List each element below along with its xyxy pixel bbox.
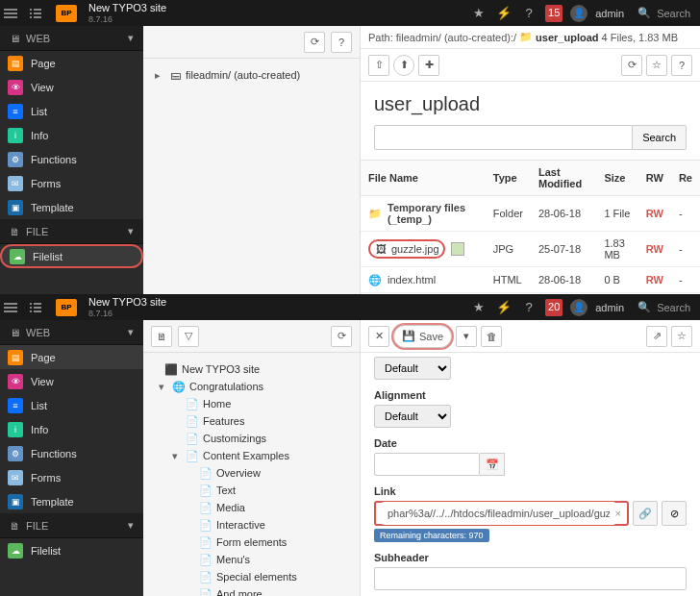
file-icon: 📁 xyxy=(368,207,382,220)
tree-help-button[interactable]: ? xyxy=(331,32,352,53)
sidebar-item-template[interactable]: ▣Template xyxy=(0,195,143,219)
sidebar-item-info[interactable]: iInfo xyxy=(0,123,143,147)
table-row[interactable]: 🖼guzzle.jpgJPG25-07-181.83 MBRW- xyxy=(361,232,700,267)
help-icon[interactable]: ? xyxy=(520,5,538,22)
tree-node[interactable]: 📄Features xyxy=(149,412,354,430)
topbar: BP New TYPO3 site 8.7.16 ★ ⚡ ? 15 👤 admi… xyxy=(0,0,700,26)
file-search-input[interactable] xyxy=(374,125,633,150)
date-input[interactable] xyxy=(374,453,480,476)
bookmark-icon[interactable]: ★ xyxy=(470,5,488,22)
col-type[interactable]: Type xyxy=(486,161,531,196)
tree-node[interactable]: 📄Interactive xyxy=(149,516,354,534)
save-dropdown[interactable]: ▾ xyxy=(456,326,477,347)
layout-select[interactable]: Default xyxy=(374,357,451,380)
menu-icon[interactable] xyxy=(0,0,21,26)
refresh-button[interactable]: ⟳ xyxy=(304,32,325,53)
sidebar-item-info[interactable]: iInfo xyxy=(0,417,143,441)
menu-icon[interactable] xyxy=(0,294,21,320)
col-rw[interactable]: RW xyxy=(638,161,671,196)
sidebar-section-file[interactable]: 🗎FILE▾ xyxy=(0,513,143,538)
modules-icon[interactable] xyxy=(25,0,46,26)
sidebar-item-functions[interactable]: ⚙Functions xyxy=(0,147,143,171)
sidebar-item-filelist[interactable]: ☁Filelist xyxy=(0,244,143,268)
table-row[interactable]: 📁Temporary files (_temp_)Folder28-06-181… xyxy=(361,196,700,232)
sidebar-section-file[interactable]: 🗎FILE▾ xyxy=(0,219,143,244)
calendar-badge[interactable]: 15 xyxy=(545,5,562,22)
tree-node[interactable]: ▾🌐Congratulations xyxy=(149,378,354,395)
alignment-select[interactable]: Default xyxy=(374,405,451,428)
tree-node[interactable]: 📄Text xyxy=(149,482,354,499)
sidebar-item-list[interactable]: ≡List xyxy=(0,393,143,417)
sidebar-item-forms[interactable]: ✉Forms xyxy=(0,465,143,489)
link-wizard-button[interactable]: 🔗 xyxy=(633,501,658,526)
sidebar-item-page[interactable]: ▤Page xyxy=(0,51,143,75)
save-button[interactable]: 💾Save xyxy=(393,325,452,348)
tree-node[interactable]: 📄Media xyxy=(149,499,354,516)
global-search[interactable]: 🔍 Search xyxy=(638,301,690,313)
sidebar-item-filelist[interactable]: ☁Filelist xyxy=(0,538,143,562)
sidebar-section-web[interactable]: 🖥WEB▾ xyxy=(0,26,143,51)
cache-icon[interactable]: ⚡ xyxy=(495,5,512,22)
refresh-tree-button[interactable]: ⟳ xyxy=(331,326,352,347)
link-input[interactable] xyxy=(382,502,615,525)
logo-text: BP xyxy=(56,299,77,316)
calendar-badge[interactable]: 20 xyxy=(545,299,562,316)
sidebar-item-list[interactable]: ≡List xyxy=(0,99,143,123)
sidebar-item-functions[interactable]: ⚙Functions xyxy=(0,441,143,465)
tree-node[interactable]: 📄Special elements xyxy=(149,568,354,585)
col-size[interactable]: Size xyxy=(596,161,638,196)
tree-node[interactable]: ⬛New TYPO3 site xyxy=(149,360,354,378)
level-up-button[interactable]: ⇧ xyxy=(368,55,389,76)
sidebar-item-view[interactable]: 👁View xyxy=(0,369,143,393)
svg-rect-13 xyxy=(34,303,41,305)
new-button[interactable]: ✚ xyxy=(418,55,439,76)
user-avatar[interactable]: 👤 xyxy=(570,5,588,22)
col-filename[interactable]: File Name xyxy=(361,161,486,196)
user-avatar[interactable]: 👤 xyxy=(570,299,588,316)
tree-node[interactable]: 📄Home xyxy=(149,395,354,412)
tree-root[interactable]: ▸ 🖴 fileadmin/ (auto-created) xyxy=(149,66,354,84)
bookmark-icon[interactable]: ★ xyxy=(470,299,488,316)
cache-icon[interactable]: ⚡ xyxy=(495,299,512,316)
tree-node[interactable]: 📄And more... xyxy=(149,585,354,596)
alignment-label: Alignment xyxy=(374,389,687,401)
global-search[interactable]: 🔍 Search xyxy=(638,7,690,19)
delete-button[interactable]: 🗑 xyxy=(481,326,502,347)
table-row[interactable]: 🌐index.htmlHTML28-06-180 BRW- xyxy=(361,267,700,293)
collapse-icon[interactable]: ▸ xyxy=(155,69,164,82)
help-icon[interactable]: ? xyxy=(520,299,538,316)
file-icon: 🌐 xyxy=(368,273,382,286)
calendar-icon[interactable]: 📅 xyxy=(480,453,505,476)
share-button[interactable]: ⇗ xyxy=(646,326,667,347)
sidebar-item-forms[interactable]: ✉Forms xyxy=(0,171,143,195)
sidebar-item-page[interactable]: ▤Page xyxy=(0,345,143,369)
help-main-button[interactable]: ? xyxy=(671,55,692,76)
upload-button[interactable]: ⬆ xyxy=(393,55,414,76)
bookmark-edit-button[interactable]: ☆ xyxy=(671,326,692,347)
chevron-down-icon: ▾ xyxy=(128,32,134,44)
close-button[interactable]: ✕ xyxy=(368,326,389,347)
clear-icon[interactable]: × xyxy=(615,508,621,519)
link-unlink-button[interactable]: ⊘ xyxy=(662,501,687,526)
tree-node[interactable]: 📄Form elements xyxy=(149,534,354,551)
sidebar-item-view[interactable]: 👁View xyxy=(0,75,143,99)
filter-button[interactable]: ▽ xyxy=(178,326,199,347)
col-modified[interactable]: Last Modified xyxy=(531,161,596,196)
bookmark-button[interactable]: ☆ xyxy=(646,55,667,76)
tree-node[interactable]: 📄Customizings xyxy=(149,430,354,447)
tree-node[interactable]: ▾📄Content Examples xyxy=(149,447,354,464)
col-re[interactable]: Re xyxy=(671,161,700,196)
tree-node[interactable]: 📄Menu's xyxy=(149,551,354,568)
user-name[interactable]: admin xyxy=(595,302,624,313)
sidebar-section-web[interactable]: 🖥WEB▾ xyxy=(0,320,143,345)
folder-icon: 📁 xyxy=(519,31,533,43)
user-name[interactable]: admin xyxy=(595,8,624,19)
sidebar-item-template[interactable]: ▣Template xyxy=(0,489,143,513)
tree-node[interactable]: 📄Overview xyxy=(149,464,354,482)
file-search-button[interactable]: Search xyxy=(633,125,687,150)
chevron-down-icon: ▾ xyxy=(128,225,134,237)
new-page-button[interactable]: 🗎 xyxy=(151,326,172,347)
modules-icon[interactable] xyxy=(25,294,46,320)
subheader-input[interactable] xyxy=(374,567,687,590)
refresh-main-button[interactable]: ⟳ xyxy=(621,55,642,76)
